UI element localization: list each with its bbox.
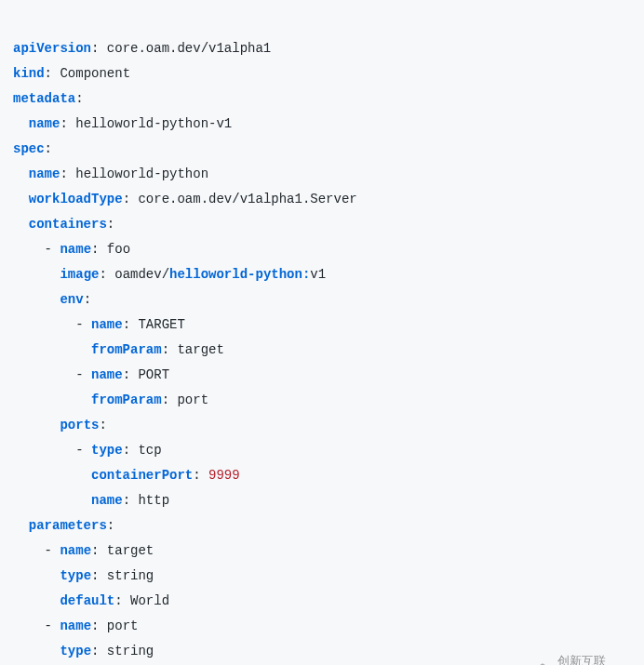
- key-metadata: metadata: [13, 91, 75, 106]
- yaml-code-block: apiVersion: core.oam.dev/v1alpha1 kind: …: [13, 11, 631, 665]
- key-env: env: [60, 292, 83, 307]
- key-apiVersion: apiVersion: [13, 41, 91, 56]
- key-p1-type: type: [60, 568, 91, 583]
- val-image-post: v1: [310, 267, 326, 282]
- key-port-type: type: [91, 443, 123, 458]
- val-env1-name: TARGET: [138, 317, 184, 332]
- key-env2-name: name: [91, 367, 123, 382]
- val-p1-default: World: [130, 593, 169, 608]
- key-image: image: [60, 267, 99, 282]
- val-spec-name: helloworld-python: [75, 166, 208, 181]
- key-spec: spec: [13, 141, 45, 156]
- key-env1-name: name: [91, 317, 123, 332]
- key-kind: kind: [13, 66, 45, 81]
- val-image-pre: oamdev/: [114, 267, 169, 282]
- key-spec-name: name: [29, 166, 60, 181]
- key-p1-default: default: [60, 593, 114, 608]
- key-container-name: name: [60, 242, 91, 257]
- key-containers: containers: [29, 217, 107, 232]
- key-workloadType: workloadType: [29, 192, 123, 206]
- val-p2-type: string: [107, 644, 154, 658]
- key-env2-fromParam: fromParam: [91, 392, 162, 407]
- val-p2-name: port: [107, 618, 139, 633]
- key-containerPort: containerPort: [91, 468, 193, 483]
- val-workloadType: core.oam.dev/v1alpha1.Server: [138, 192, 356, 206]
- key-port-name: name: [91, 493, 123, 508]
- watermark-logo: 创新互联 CHUANG XIN HU LIAN: [531, 655, 637, 665]
- val-p1-type: string: [107, 568, 154, 583]
- val-metadata-name: helloworld-python-v1: [75, 116, 232, 131]
- key-env1-fromParam: fromParam: [91, 342, 162, 357]
- val-image-hl: helloworld-python:: [169, 267, 310, 282]
- key-metadata-name: name: [29, 116, 60, 131]
- watermark-main: 创新互联: [557, 655, 637, 665]
- val-port-type: tcp: [138, 443, 161, 458]
- val-port-name: http: [138, 493, 169, 508]
- key-p2-type: type: [60, 644, 91, 658]
- key-p2-name: name: [60, 618, 91, 633]
- val-apiVersion: core.oam.dev/v1alpha1: [107, 41, 271, 56]
- val-kind: Component: [60, 66, 130, 81]
- val-container-name: foo: [107, 242, 130, 257]
- key-ports: ports: [60, 418, 99, 432]
- key-p1-name: name: [60, 543, 91, 558]
- val-env1-fromParam: target: [177, 342, 223, 357]
- val-containerPort: 9999: [208, 468, 240, 483]
- val-env2-name: PORT: [138, 367, 169, 382]
- key-parameters: parameters: [29, 518, 107, 533]
- val-p1-name: target: [107, 543, 154, 558]
- val-env2-fromParam: port: [177, 392, 208, 407]
